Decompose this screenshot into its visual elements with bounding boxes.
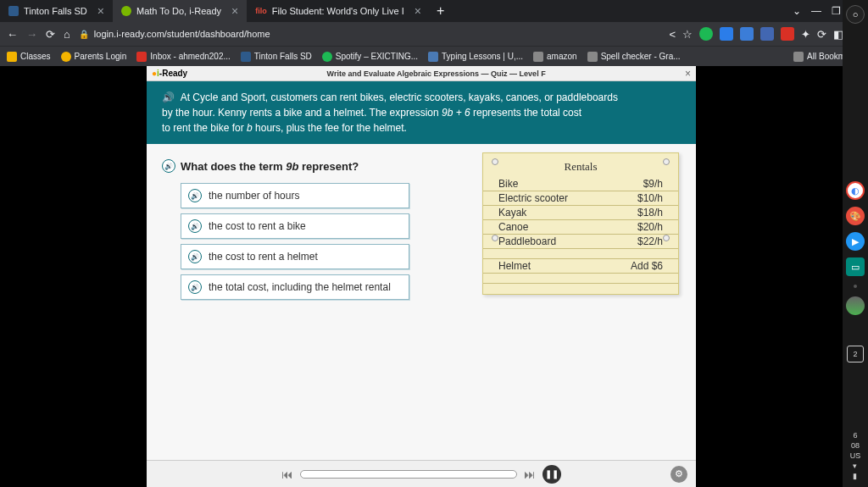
new-tab-button[interactable]: + <box>430 3 451 19</box>
share-icon[interactable]: < <box>669 28 676 41</box>
rental-row-kayak: Kayak$18/h <box>483 206 678 220</box>
battery-icon[interactable]: ▮ <box>853 472 857 480</box>
option-1[interactable]: 🔊the number of hours <box>181 183 409 208</box>
chevron-down-icon[interactable]: ⌄ <box>793 5 801 17</box>
split-icon[interactable] <box>846 296 865 315</box>
close-icon[interactable]: × <box>415 4 421 18</box>
rental-row-paddleboard: Paddleboard$22/h <box>483 235 678 249</box>
tab-tinton-falls[interactable]: Tinton Falls SD × <box>0 0 113 22</box>
video-icon[interactable]: ▶ <box>846 232 865 251</box>
tab-label: Tinton Falls SD <box>24 6 87 16</box>
star-icon[interactable]: ☆ <box>682 28 693 41</box>
iready-header: ●i-Ready Write and Evaluate Algebraic Ex… <box>147 66 696 81</box>
ext-icon-5[interactable] <box>781 27 794 41</box>
rental-row-bike: Bike$9/h <box>483 177 678 191</box>
ext-icon-3[interactable] <box>740 27 754 41</box>
progress-bar <box>300 470 517 479</box>
address-bar[interactable]: 🔒 login.i-ready.com/student/dashboard/ho… <box>79 29 661 39</box>
extensions-icon[interactable]: ✦ <box>801 28 810 41</box>
speaker-icon[interactable]: 🔊 <box>188 189 202 202</box>
option-4[interactable]: 🔊the total cost, including the helmet re… <box>181 274 409 300</box>
speaker-icon[interactable]: 🔊 <box>188 219 202 233</box>
ext-icon-4[interactable] <box>760 27 774 41</box>
home-icon[interactable]: ⌂ <box>64 28 70 41</box>
iready-logo: ●i-Ready <box>152 69 187 78</box>
restore-icon[interactable]: ❐ <box>832 5 841 17</box>
browser-tabs: Tinton Falls SD × Math To Do, i-Ready × … <box>0 0 868 22</box>
bookmark-parents[interactable]: Parents Login <box>61 52 127 62</box>
update-icon[interactable]: ⟳ <box>817 28 826 41</box>
ext-icon-2[interactable] <box>720 27 733 41</box>
minimize-icon[interactable]: — <box>811 5 821 17</box>
option-3[interactable]: 🔊the cost to rent a helmet <box>181 244 409 269</box>
reload-icon[interactable]: ⟳ <box>46 28 55 41</box>
close-icon[interactable]: × <box>231 4 238 18</box>
card-icon[interactable]: ▭ <box>846 257 865 276</box>
bookmark-tinton[interactable]: Tinton Falls SD <box>241 52 312 62</box>
gear-icon[interactable]: ⚙ <box>670 466 687 483</box>
next-icon[interactable]: ⏭ <box>524 468 536 481</box>
url-text: login.i-ready.com/student/dashboard/home <box>94 29 270 39</box>
speaker-icon[interactable]: 🔊 <box>188 250 202 263</box>
speaker-icon[interactable]: 🔊 <box>162 159 175 173</box>
bookmark-classes[interactable]: Classes <box>7 52 51 62</box>
option-2[interactable]: 🔊the cost to rent a bike <box>181 213 409 239</box>
bookmark-inbox[interactable]: Inbox - ahmedn202... <box>136 52 231 62</box>
pause-button[interactable]: ❚❚ <box>542 465 561 484</box>
answer-options: 🔊the number of hours 🔊the cost to rent a… <box>181 183 409 300</box>
back-icon[interactable]: ← <box>7 28 18 41</box>
rentals-title: Rentals <box>483 160 678 174</box>
chrome-icon[interactable]: ◐ <box>846 181 865 200</box>
tab-favicon <box>8 6 19 16</box>
tab-favicon: filo <box>255 7 267 15</box>
bookmark-spell[interactable]: Spell checker - Gra... <box>587 52 681 62</box>
region: US <box>850 451 861 460</box>
problem-statement: 🔊 At Cycle and Sport, customers can rent… <box>147 81 696 144</box>
clock-hour: 6 <box>853 431 857 440</box>
bottom-bar: ⏮ ⏭ ❚❚ ⚙ <box>147 460 696 487</box>
tab-favicon <box>121 6 131 16</box>
bookmark-spotify[interactable]: Spotify – EXICTING... <box>322 52 418 62</box>
close-quiz-icon[interactable]: × <box>685 68 691 80</box>
speaker-icon[interactable]: 🔊 <box>162 90 175 105</box>
speaker-icon[interactable]: 🔊 <box>188 280 202 294</box>
tab-iready[interactable]: Math To Do, i-Ready × <box>113 0 247 22</box>
right-dock: ○ ◐ 🎨 ▶ ▭ 2 6 08 US ▾ ▮ <box>843 0 868 487</box>
clock-min: 08 <box>851 441 860 450</box>
quiz-title: Write and Evaluate Algebraic Expressions… <box>187 69 685 78</box>
rentals-card: Rentals Bike$9/h Electric scooter$10/h K… <box>482 152 679 295</box>
bookmark-typing[interactable]: Typing Lessons | U,... <box>428 52 523 62</box>
lock-icon: 🔒 <box>79 30 89 39</box>
tab-label: Math To Do, i-Ready <box>136 6 221 16</box>
wifi-icon[interactable]: ▾ <box>853 462 857 470</box>
dock-circle-icon[interactable]: ○ <box>846 5 865 24</box>
windows-icon[interactable]: 2 <box>847 346 864 362</box>
tab-filo[interactable]: filo Filo Student: World's Only Live I × <box>247 0 430 22</box>
forward-icon[interactable]: → <box>26 28 37 41</box>
question-text: What does the term 9b represent? <box>181 160 359 173</box>
prev-icon[interactable]: ⏮ <box>281 468 293 481</box>
palette-icon[interactable]: 🎨 <box>846 207 865 225</box>
close-icon[interactable]: × <box>97 4 104 18</box>
tab-label: Filo Student: World's Only Live I <box>272 6 404 16</box>
rental-row-scooter: Electric scooter$10/h <box>483 191 678 206</box>
bookmark-amazon[interactable]: amazon <box>533 52 577 62</box>
rental-row-canoe: Canoe$20/h <box>483 220 678 235</box>
rental-row-helmet: HelmetAdd $6 <box>483 259 678 274</box>
bookmarks-bar: Classes Parents Login Inbox - ahmedn202.… <box>0 46 868 66</box>
ext-icon-1[interactable] <box>699 27 713 41</box>
